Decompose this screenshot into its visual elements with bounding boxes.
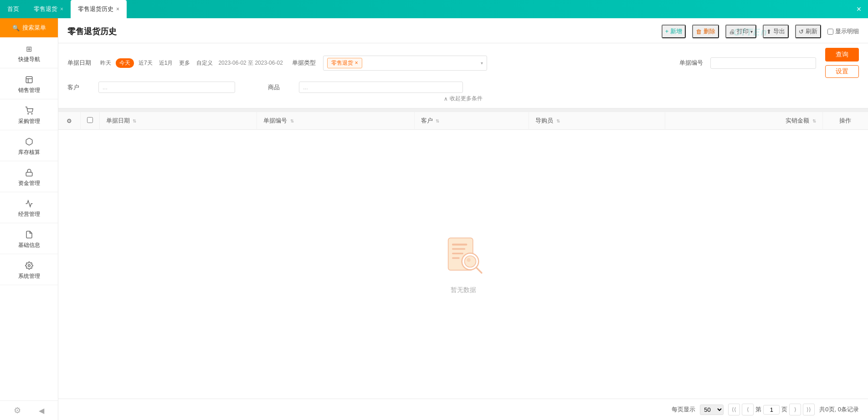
page-number-input[interactable] [763,405,780,415]
customer-placeholder: ... [103,84,108,91]
print-button[interactable]: 🖨 打印 ▾ [725,25,756,38]
add-button[interactable]: + 新增 [662,25,686,38]
empty-text: 暂无数据 [451,286,476,294]
type-select-chevron: ▾ [481,61,483,66]
sidebar-item-quicknav[interactable]: ⊞ 快捷导航 [0,37,58,68]
th-number[interactable]: 单据编号 ⇅ [257,112,415,130]
customer-filter-label: 客户 [67,83,95,92]
customer-filter-select[interactable]: ... [98,82,235,93]
show-details-checkbox[interactable] [827,29,833,35]
sidebar-item-basicinfo[interactable]: 基础信息 [0,223,58,254]
filter-row-1: 单据日期 昨天 今天 近7天 近1月 更多 自定义 2023-06-02 至 2… [67,48,859,78]
type-filter-select[interactable]: 零售退货 × ▾ [323,56,487,71]
header-actions: + 新增 🗑 删除 🖨 打印 ▾ ⬆ 导出 ↺ 刷新 [662,25,859,38]
th-guide[interactable]: 导购员 ⇅ [529,112,665,130]
svg-rect-0 [26,77,32,83]
date-opt-today[interactable]: 今天 [116,58,134,68]
sidebar-settings-btn[interactable]: ⚙ [14,405,21,415]
search-icon: 🔍 [12,25,20,31]
last-page-btn[interactable]: ⟩⟩ [803,404,815,415]
th-actions: 操作 [822,112,868,130]
finance-icon [24,168,34,178]
sidebar-item-basicinfo-label: 基础信息 [18,241,40,249]
th-amount[interactable]: 实销金额 ⇅ [665,112,822,130]
content-area: 零售退货历史 + 新增 🗑 删除 🖨 打印 ▾ ⬆ 导出 ↺ [58,18,868,420]
empty-icon [441,234,486,280]
sidebar-item-inventory[interactable]: 库存核算 [0,130,58,161]
date-opt-custom[interactable]: 自定义 [195,59,215,67]
date-opt-yesterday[interactable]: 昨天 [98,59,113,67]
date-opt-more[interactable]: 更多 [177,59,192,67]
sidebar-item-inventory-label: 库存核算 [18,149,40,156]
per-page-label: 每页显示 [672,405,695,414]
goods-filter-select[interactable]: ... [299,82,463,93]
sidebar-search[interactable]: 🔍 搜索菜单 [0,18,58,37]
goods-filter-label: 商品 [268,83,295,92]
guide-sort-icon: ⇅ [556,118,560,123]
number-filter-group: 单据编号 [679,57,816,69]
window-close-button[interactable]: × [850,0,868,18]
tab-retail-return-close[interactable]: × [60,6,63,12]
svg-point-6 [28,265,30,267]
inventory-icon [24,137,34,147]
pagination-nav: ⟨⟨ ⟨ 第 页 ⟩ ⟩⟩ [728,404,815,415]
settings-button[interactable]: 设置 [825,65,859,78]
next-page-btn[interactable]: ⟩ [789,404,801,415]
sidebar-item-system[interactable]: 系统管理 [0,254,58,285]
filter-collapse-btn[interactable]: ∧ 收起更多条件 [67,93,859,103]
svg-rect-9 [452,248,465,250]
sidebar-item-sales-label: 销售管理 [18,87,40,94]
pagination: 每页显示 50 10 20 100 ⟨⟨ ⟨ 第 页 ⟩ ⟩⟩ 共0页, 0条记… [58,399,868,420]
sidebar-item-operations[interactable]: 经营管理 [0,192,58,223]
type-tag-value: 零售退货 [331,59,353,67]
date-filter-group: 单据日期 昨天 今天 近7天 近1月 更多 自定义 2023-06-02 至 2… [67,58,283,68]
sidebar-collapse-btn[interactable]: ◀ [39,406,44,415]
tab-retail-return-history[interactable]: 零售退货历史 × [71,0,127,18]
page-header: 零售退货历史 + 新增 🗑 删除 🖨 打印 ▾ ⬆ 导出 ↺ [58,18,868,43]
per-page-select[interactable]: 50 10 20 100 [700,405,724,415]
customer-sort-icon: ⇅ [436,118,439,123]
tab-retail-return[interactable]: 零售退货 × [26,0,71,18]
total-info: 共0页, 0条记录 [819,405,859,414]
empty-state: 暂无数据 [58,130,868,399]
number-filter-input[interactable] [710,57,816,69]
delete-button[interactable]: 🗑 删除 [692,25,719,38]
th-settings[interactable]: ⚙ [58,112,80,130]
th-date[interactable]: 单据日期 ⇅ [99,112,257,130]
date-opt-1month[interactable]: 近1月 [157,59,175,67]
sidebar: 🔍 搜索菜单 ⊞ 快捷导航 销售管理 采购管理 库存核算 [0,18,58,420]
th-checkbox[interactable] [80,112,99,130]
query-button[interactable]: 查询 [825,48,859,61]
table-settings-icon[interactable]: ⚙ [67,118,72,124]
type-tag-remove[interactable]: × [355,60,358,66]
export-button[interactable]: ⬆ 导出 [763,25,789,38]
query-settings-btns: 查询 设置 [825,48,859,78]
th-customer[interactable]: 客户 ⇅ [414,112,529,130]
type-filter-label: 单据类型 [292,59,319,67]
sidebar-item-sales[interactable]: 销售管理 [0,68,58,99]
tab-home[interactable]: 首页 [0,0,26,18]
svg-point-14 [467,258,470,262]
select-all-checkbox[interactable] [87,117,93,123]
sidebar-item-purchase-label: 采购管理 [18,118,40,125]
refresh-button[interactable]: ↺ 刷新 [795,25,821,38]
first-page-btn[interactable]: ⟨⟨ [728,404,740,415]
filter-area: 单据日期 昨天 今天 近7天 近1月 更多 自定义 2023-06-02 至 2… [58,43,868,108]
type-filter-group: 单据类型 零售退货 × ▾ [292,56,670,71]
date-opt-7days[interactable]: 近7天 [137,59,154,67]
tab-retail-return-history-close[interactable]: × [116,6,119,12]
prev-page-btn[interactable]: ⟨ [742,404,754,415]
date-range-display: 2023-06-02 至 2023-06-02 [218,59,282,67]
tab-home-label: 首页 [7,5,19,13]
tab-retail-return-history-label: 零售退货历史 [78,5,113,13]
sidebar-item-quicknav-label: 快捷导航 [18,56,40,63]
sidebar-item-purchase[interactable]: 采购管理 [0,99,58,130]
goods-placeholder: ... [303,84,308,91]
show-details-checkbox-label[interactable]: 显示明细 [827,27,859,36]
sidebar-search-label: 搜索菜单 [22,24,46,32]
sidebar-item-finance[interactable]: 资金管理 [0,161,58,192]
top-bar: 首页 零售退货 × 零售退货历史 × × [0,0,868,18]
tab-list: 首页 零售退货 × 零售退货历史 × [0,0,850,18]
table-container: ⚙ 单据日期 ⇅ 单据编号 ⇅ [58,112,868,420]
number-filter-label: 单据编号 [679,59,707,67]
